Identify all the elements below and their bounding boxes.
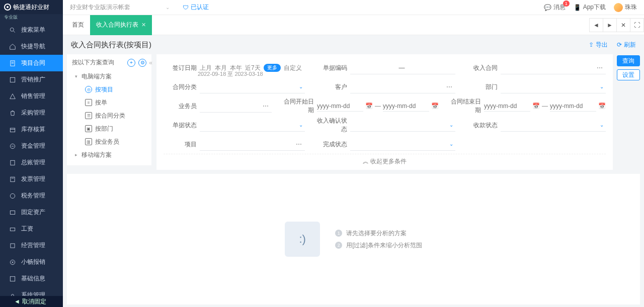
empty-state: 1请先选择要分析的方案 2用[过滤]条件来缩小分析范围: [67, 174, 640, 304]
base-icon: [9, 275, 16, 282]
dash: —: [399, 64, 405, 71]
complete-status-select[interactable]: ⌄: [350, 138, 455, 151]
customer-picker[interactable]: ⋯: [350, 80, 455, 93]
app-download[interactable]: 📱 App下载: [574, 3, 606, 12]
svg-rect-5: [10, 77, 15, 82]
end-date-to[interactable]: [550, 100, 596, 112]
nav-operation[interactable]: 经营管理: [0, 237, 63, 254]
svg-rect-15: [10, 211, 15, 214]
chevron-down-icon: ⌄: [600, 84, 604, 89]
page-header: 收入合同执行表(按项目) ⇪导出 ⟳刷新: [63, 35, 644, 54]
scheme-panel: 按以下方案查询 + ⚙ « 电脑端方案 ◎按项目 ≡按单 ☰按合同分类 ▣按部门…: [67, 54, 151, 165]
tab-current[interactable]: 收入合同执行表 ✕: [90, 15, 152, 35]
nav-invoice[interactable]: 发票管理: [0, 171, 63, 187]
doc-status-select[interactable]: ⌄: [200, 119, 305, 132]
income-confirm-select[interactable]: ⌄: [350, 119, 455, 132]
collapse-scheme[interactable]: «: [149, 59, 152, 66]
nav-fixed-asset[interactable]: 固定资产: [0, 204, 63, 221]
verified-badge: 🛡 已认证: [183, 3, 209, 12]
settings-button[interactable]: 设置: [617, 69, 640, 80]
chevron-down-icon: ⌄: [299, 122, 303, 128]
chevron-down-icon: ⌄: [299, 84, 303, 89]
chevron-down-icon: ⌄: [449, 141, 453, 147]
calendar-icon[interactable]: 📅: [598, 103, 606, 110]
nav-gl[interactable]: 总账管理: [0, 154, 63, 171]
chevron-down-icon: ⌄: [449, 122, 453, 128]
query-button[interactable]: 查询: [617, 55, 640, 66]
receipt-status-select[interactable]: ⌄: [501, 119, 606, 132]
nav-project-contract[interactable]: 项目合同: [0, 55, 63, 71]
search-icon: [9, 27, 16, 34]
leaf-by-project[interactable]: ◎按项目: [70, 83, 148, 96]
owner-picker[interactable]: ⋯: [200, 99, 272, 113]
nav-purchase[interactable]: 采购管理: [0, 105, 63, 121]
tag-icon: ☰: [85, 112, 92, 119]
gear-icon: [9, 292, 16, 296]
dept-select[interactable]: ⌄: [501, 80, 606, 93]
user-menu[interactable]: 珠珠: [614, 3, 637, 12]
export-button[interactable]: ⇪导出: [589, 41, 608, 49]
leaf-by-bill[interactable]: ≡按单: [70, 96, 148, 109]
messages[interactable]: 💬 消息 1: [544, 3, 566, 12]
add-scheme-button[interactable]: +: [127, 59, 135, 67]
nav-tax[interactable]: 税务管理: [0, 187, 63, 204]
nav-sales[interactable]: 销售管理: [0, 88, 63, 105]
refresh-button[interactable]: ⟳刷新: [617, 41, 636, 49]
brand-logo-icon: [4, 4, 11, 11]
collapse-more-filters[interactable]: 收起更多条件: [164, 154, 606, 169]
home-icon: [9, 43, 16, 50]
leaf-by-owner[interactable]: ▥按业务员: [70, 135, 148, 148]
calendar-icon[interactable]: 📅: [365, 103, 373, 110]
box-icon: [9, 126, 16, 133]
svg-rect-12: [11, 177, 15, 181]
leaf-by-dept[interactable]: ▣按部门: [70, 122, 148, 135]
tab-home[interactable]: 首页: [66, 15, 90, 35]
svg-line-1: [14, 31, 15, 32]
fullscreen[interactable]: ⛶: [630, 18, 644, 32]
tree-mobile[interactable]: 移动端方案: [70, 148, 148, 161]
contract-cat-select[interactable]: ⌄: [200, 80, 305, 93]
query-buttons: 查询 设置: [617, 54, 640, 170]
more-icon: ⋯: [263, 103, 270, 110]
calendar-icon[interactable]: 📅: [532, 103, 540, 110]
pin-icon: ◄: [14, 298, 20, 305]
step-1: 1请先选择要分析的方案: [335, 227, 422, 239]
tab-next[interactable]: ►: [603, 18, 617, 32]
start-date-from[interactable]: [317, 100, 363, 112]
chevron-down-icon: ⌄: [166, 5, 170, 10]
nav-system[interactable]: 系统管理: [0, 287, 63, 296]
nav-capital[interactable]: 资金管理: [0, 138, 63, 154]
more-icon: ⋯: [446, 83, 453, 90]
workspace-name: 好业财专业版演示帐套: [70, 3, 130, 12]
start-date-to[interactable]: [383, 100, 429, 112]
q-more[interactable]: 更多: [264, 64, 281, 72]
nav-search-menu[interactable]: 搜索菜单: [0, 22, 63, 38]
income-contract-picker[interactable]: ⋯: [501, 61, 606, 74]
calendar-icon[interactable]: 📅: [431, 103, 439, 110]
scheme-tree: 电脑端方案 ◎按项目 ≡按单 ☰按合同分类 ▣按部门 ▥按业务员 移动端方案: [69, 70, 149, 161]
nav-salary[interactable]: 工资: [0, 221, 63, 237]
leaf-by-cat[interactable]: ☰按合同分类: [70, 109, 148, 122]
tab-prev[interactable]: ◄: [589, 18, 603, 32]
q-custom[interactable]: 自定义: [284, 64, 302, 72]
end-date-from[interactable]: [484, 100, 530, 112]
filter-end-date: 合同结束日期 📅 — 📅: [448, 97, 606, 115]
nav-inventory[interactable]: 库存核算: [0, 121, 63, 138]
filter-start-date: 合同开始日期 📅 — 📅: [281, 97, 439, 115]
chat-icon: 💬: [544, 4, 551, 11]
nav-marketing[interactable]: 营销推广: [0, 71, 63, 88]
nav-xiaochang[interactable]: 小畅报销: [0, 254, 63, 270]
tree-pc[interactable]: 电脑端方案: [70, 70, 148, 83]
doc-no-input[interactable]: —: [350, 61, 455, 74]
pin-label: 取消固定: [22, 297, 46, 306]
workspace-select[interactable]: 好业财专业版演示帐套 ⌄: [70, 3, 170, 12]
close-icon[interactable]: ✕: [141, 22, 146, 28]
avatar: [614, 3, 623, 12]
nav-quick[interactable]: 快捷导航: [0, 38, 63, 55]
tab-close-all[interactable]: ✕: [616, 18, 630, 32]
nav-base[interactable]: 基础信息: [0, 270, 63, 287]
scheme-settings-button[interactable]: ⚙: [138, 59, 146, 67]
topbar: 好业财专业版演示帐套 ⌄ 🛡 已认证 💬 消息 1 📱 App下载 珠珠: [63, 0, 644, 15]
project-picker[interactable]: ⋯: [200, 138, 305, 151]
pin-toggle[interactable]: ◄ 取消固定: [0, 296, 63, 307]
